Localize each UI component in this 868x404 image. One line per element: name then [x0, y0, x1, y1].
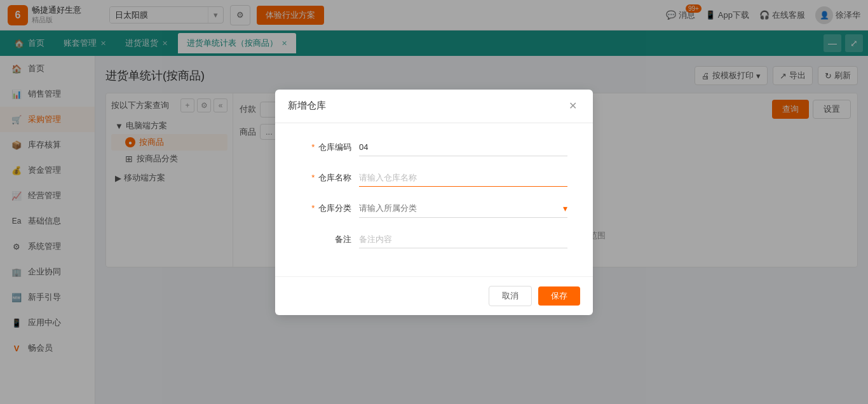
warehouse-category-input[interactable]	[359, 203, 563, 213]
modal-footer: 取消 保存	[275, 276, 593, 315]
warehouse-code-label: 仓库编码	[318, 142, 351, 152]
warehouse-category-label: 仓库分类	[318, 203, 351, 213]
warehouse-name-row: * 仓库名称	[301, 169, 567, 187]
warehouse-code-label-wrap: * 仓库编码	[301, 142, 351, 153]
note-label: 备注	[335, 234, 351, 244]
save-button[interactable]: 保存	[538, 286, 580, 306]
modal-close-button[interactable]: ✕	[565, 98, 580, 114]
new-warehouse-modal: 新增仓库 ✕ * 仓库编码 * 仓库名称	[275, 90, 593, 315]
warehouse-name-input[interactable]	[359, 169, 567, 187]
modal-body: * 仓库编码 * 仓库名称 * 仓库分类	[275, 123, 593, 276]
warehouse-category-row: * 仓库分类 ▾	[301, 199, 567, 218]
warehouse-code-row: * 仓库编码	[301, 138, 567, 156]
note-label-wrap: 备注	[301, 234, 351, 245]
note-input[interactable]	[359, 231, 567, 248]
modal-title: 新增仓库	[288, 100, 326, 112]
category-dropdown-icon[interactable]: ▾	[563, 203, 567, 213]
modal-header: 新增仓库 ✕	[275, 90, 593, 123]
warehouse-name-label: 仓库名称	[318, 173, 351, 182]
note-row: 备注	[301, 231, 567, 248]
warehouse-category-label-wrap: * 仓库分类	[301, 203, 351, 214]
warehouse-category-select-wrap[interactable]: ▾	[359, 199, 567, 218]
modal-overlay: 新增仓库 ✕ * 仓库编码 * 仓库名称	[0, 0, 868, 404]
warehouse-name-label-wrap: * 仓库名称	[301, 172, 351, 184]
cancel-button[interactable]: 取消	[489, 286, 532, 306]
warehouse-code-input[interactable]	[359, 138, 567, 156]
